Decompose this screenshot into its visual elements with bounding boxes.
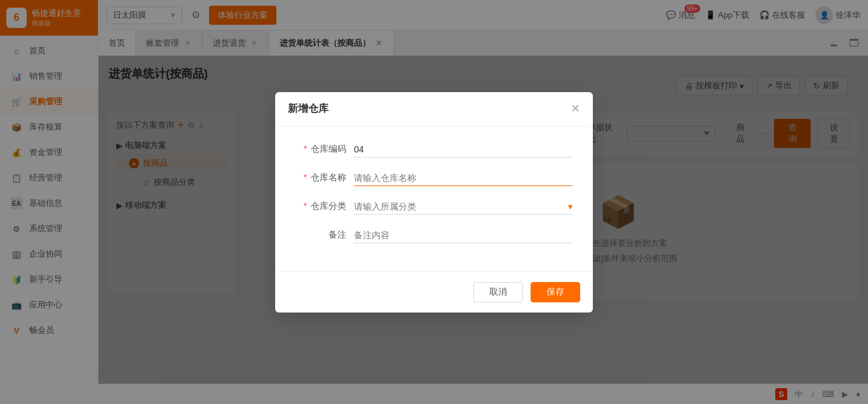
- code-label: * 仓库编码: [295, 144, 346, 155]
- required-star-category: *: [304, 201, 307, 211]
- modal-header: 新增仓库 ✕: [275, 92, 593, 126]
- modal-close-button[interactable]: ✕: [571, 103, 580, 114]
- form-row-remark: 备注: [295, 227, 573, 243]
- modal-title: 新增仓库: [288, 102, 329, 116]
- modal-footer: 取消 保存: [275, 271, 593, 313]
- category-label: * 仓库分类: [295, 201, 346, 212]
- remark-label: 备注: [295, 229, 346, 241]
- new-warehouse-modal: 新增仓库 ✕ * 仓库编码 * 仓库名称: [275, 92, 593, 313]
- cancel-button[interactable]: 取消: [473, 282, 523, 302]
- category-select-wrap: ▾: [354, 199, 573, 215]
- form-row-code: * 仓库编码: [295, 142, 573, 158]
- remark-input[interactable]: [354, 227, 573, 243]
- modal-body: * 仓库编码 * 仓库名称 * 仓库分类: [275, 126, 593, 271]
- save-button[interactable]: 保存: [531, 282, 580, 302]
- name-input[interactable]: [354, 170, 573, 186]
- required-star-name: *: [304, 172, 307, 182]
- modal-overlay[interactable]: 新增仓库 ✕ * 仓库编码 * 仓库名称: [0, 0, 868, 404]
- category-input[interactable]: [354, 199, 573, 215]
- required-star-code: *: [304, 144, 307, 154]
- form-row-category: * 仓库分类 ▾: [295, 199, 573, 215]
- code-input[interactable]: [354, 142, 573, 158]
- name-label: * 仓库名称: [295, 172, 346, 184]
- form-row-name: * 仓库名称: [295, 170, 573, 186]
